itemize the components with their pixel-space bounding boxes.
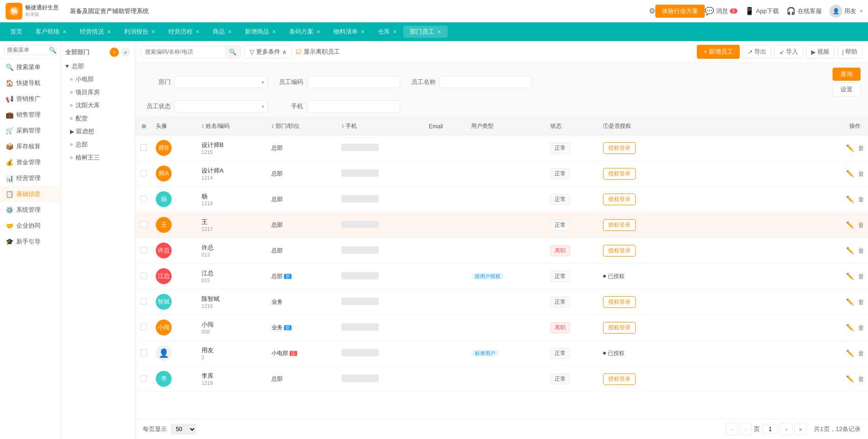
edit-icon[interactable]: ✏️	[846, 247, 854, 254]
query-btn[interactable]: 查询	[833, 68, 861, 81]
gear-icon[interactable]: ⚙	[649, 7, 655, 15]
sidebar-item-库存核算[interactable]: 📦库存核算	[0, 139, 60, 154]
row-checkbox[interactable]	[140, 170, 147, 176]
row-settings[interactable]	[135, 161, 152, 187]
auth-btn[interactable]: 授权登录	[603, 194, 636, 205]
dept-collapse-icon[interactable]: «	[121, 48, 130, 57]
delete-icon[interactable]: 🗑	[858, 247, 864, 254]
user-area[interactable]: 👤 用友 ▾	[829, 5, 862, 18]
reset-btn[interactable]: 设置	[833, 83, 861, 97]
delete-icon[interactable]: 🗑	[858, 144, 864, 152]
row-settings[interactable]	[135, 289, 152, 315]
nav-tab-首页[interactable]: 首页	[4, 26, 29, 38]
edit-icon[interactable]: ✏️	[846, 298, 854, 306]
row-checkbox[interactable]	[140, 375, 147, 382]
delete-icon[interactable]: 🗑	[858, 298, 864, 306]
nav-tab-仓库[interactable]: 仓库✕	[371, 26, 403, 38]
dept-col-header[interactable]: ↕ 部门/职位	[268, 118, 338, 135]
row-settings[interactable]	[135, 315, 152, 341]
dept-filter-select[interactable]	[174, 76, 268, 88]
delete-icon[interactable]: 🗑	[858, 375, 864, 383]
row-settings[interactable]	[135, 366, 152, 392]
delete-icon[interactable]: 🗑	[858, 324, 864, 331]
row-settings[interactable]	[135, 212, 152, 238]
dept-item-小电部[interactable]: 小电部	[61, 73, 135, 86]
nav-tab-利润报告[interactable]: 利润报告✕	[118, 26, 162, 38]
edit-icon[interactable]: ✏️	[846, 144, 854, 152]
row-checkbox[interactable]	[140, 195, 147, 202]
page-input[interactable]	[762, 425, 778, 434]
view-btn[interactable]: ▶ 视频	[806, 45, 834, 59]
dept-add-icon[interactable]: +	[110, 48, 119, 57]
try-btn[interactable]: 体验行业方案	[655, 5, 705, 18]
show-resigned-checkbox[interactable]: ☑ 显示离职员工	[296, 48, 340, 56]
dept-item-项目库房[interactable]: 项目库房	[61, 86, 135, 99]
emp-status-select[interactable]	[174, 100, 268, 112]
search-button[interactable]: 🔍	[225, 46, 240, 58]
nav-tab-经营情况[interactable]: 经营情况✕	[73, 26, 118, 38]
sidebar-item-快捷导航[interactable]: 🏠快捷导航	[0, 75, 60, 91]
nav-tab-客户联络[interactable]: 客户联络✕	[29, 26, 73, 38]
row-checkbox[interactable]	[140, 272, 147, 279]
edit-icon[interactable]: ✏️	[846, 221, 854, 229]
row-checkbox[interactable]	[140, 144, 147, 151]
page-size-select[interactable]: 50 20 100	[171, 424, 196, 434]
row-settings[interactable]	[135, 341, 152, 366]
emp-name-input[interactable]	[439, 76, 533, 88]
prev-page-btn[interactable]: ‹	[740, 423, 752, 435]
auth-btn[interactable]: 授权登录	[603, 296, 636, 308]
dept-item-沈阳大库[interactable]: 沈阳大库	[61, 99, 135, 112]
delete-icon[interactable]: 🗑	[858, 272, 864, 280]
row-checkbox[interactable]	[140, 324, 147, 330]
auth-btn[interactable]: 授权登录	[603, 168, 636, 180]
name-col-header[interactable]: ↕ 姓名/编码	[198, 118, 268, 135]
nav-tab-条码方案[interactable]: 条码方案✕	[283, 26, 327, 38]
sidebar-item-采购管理[interactable]: 🛒采购管理	[0, 123, 60, 139]
nav-tab-物料清单[interactable]: 物料清单✕	[327, 26, 371, 38]
add-employee-btn[interactable]: + 新增员工	[697, 45, 739, 59]
row-settings[interactable]	[135, 187, 152, 212]
settings-col-header[interactable]: ⚙	[135, 118, 152, 135]
dept-item-总部[interactable]: 总部	[61, 138, 135, 151]
sidebar-item-系统管理[interactable]: ⚙️系统管理	[0, 202, 60, 218]
phone-col-header[interactable]: ↕ 手机	[338, 118, 425, 135]
edit-icon[interactable]: ✏️	[846, 170, 854, 177]
dept-item-植树王三[interactable]: 植树王三	[61, 151, 135, 164]
auth-btn[interactable]: 授权登录	[603, 373, 636, 385]
delete-icon[interactable]: 🗑	[858, 349, 864, 357]
auth-btn[interactable]: 授权登录	[603, 142, 636, 154]
nav-tab-新增商品[interactable]: 新增商品✕	[238, 26, 283, 38]
phone-input[interactable]	[307, 100, 400, 112]
next-page-btn[interactable]: ›	[780, 423, 792, 435]
emp-code-input[interactable]	[307, 76, 400, 88]
help-btn[interactable]: | 帮助	[837, 45, 862, 59]
dept-item-总部[interactable]: ▼ 总部	[61, 60, 135, 73]
first-page-btn[interactable]: «	[726, 423, 738, 435]
row-settings[interactable]	[135, 238, 152, 264]
delete-icon[interactable]: 🗑	[858, 195, 864, 203]
dept-item-配货[interactable]: 配货	[61, 112, 135, 125]
app-download-btn[interactable]: 📱 App下载	[745, 7, 779, 15]
edit-icon[interactable]: ✏️	[846, 272, 854, 280]
auth-btn[interactable]: 授权登录	[603, 322, 636, 334]
delete-icon[interactable]: 🗑	[858, 221, 864, 229]
edit-icon[interactable]: ✏️	[846, 324, 854, 331]
sidebar-item-经营管理[interactable]: 📊经营管理	[0, 170, 60, 186]
search-input[interactable]	[141, 46, 225, 57]
row-checkbox[interactable]	[140, 221, 147, 228]
sidebar-item-营销推广[interactable]: 📢营销推广	[0, 91, 60, 107]
nav-tab-部门员工[interactable]: 部门员工✕	[403, 26, 448, 38]
last-page-btn[interactable]: »	[794, 423, 806, 435]
sidebar-item-新手引导[interactable]: 🎓新手引导	[0, 234, 60, 250]
auth-btn[interactable]: 授权登录	[603, 219, 636, 231]
sidebar-item-搜索菜单[interactable]: 🔍搜索菜单	[0, 59, 60, 75]
row-settings[interactable]	[135, 135, 152, 161]
dept-item-双虑想[interactable]: ▶ 双虑想	[61, 125, 135, 138]
delete-icon[interactable]: 🗑	[858, 170, 864, 177]
auth-btn[interactable]: 授权登录	[603, 245, 636, 257]
nav-tab-商品[interactable]: 商品✕	[206, 26, 238, 38]
row-checkbox[interactable]	[140, 349, 147, 356]
sidebar-item-企业协同[interactable]: 🤝企业协同	[0, 218, 60, 234]
row-checkbox[interactable]	[140, 298, 147, 305]
import-btn[interactable]: ↙ 导入	[774, 45, 803, 59]
